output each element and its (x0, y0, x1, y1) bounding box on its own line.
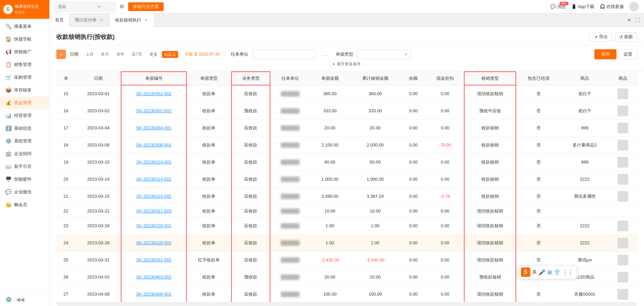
sidebar-item-operations[interactable]: 📊 经营管理 (0, 109, 49, 122)
sidebar-item-search[interactable]: 🔍 搜索菜单 (0, 20, 49, 33)
sidebar-item-guide[interactable]: 📖 新手引导 (0, 160, 49, 173)
cell-type: 收款核销 (464, 136, 516, 154)
bill-no-link[interactable]: SK-20230314-001 (136, 177, 172, 182)
sidebar-item-enterprise[interactable]: 🏢 企业协同 (0, 147, 49, 160)
sidebar-item-system[interactable]: ⚙️ 系统管理 (0, 135, 49, 147)
th-settings[interactable]: ⚙ (56, 72, 76, 85)
refresh-button[interactable]: ↺ 刷新 (615, 32, 637, 42)
topbar-gear-icon[interactable]: ⚙ (119, 3, 124, 10)
filter-toggle-button[interactable]: » (56, 50, 66, 59)
cell-num: 25 (56, 251, 76, 268)
sidebar-item-wechat[interactable]: 💬 企业微信 (0, 186, 49, 198)
cell-num: 27 (56, 286, 76, 302)
filter-settings-button[interactable]: 设置 (619, 49, 637, 59)
sidebar-item-marketing[interactable]: 📢 营销推广 (0, 46, 49, 58)
tab-payable-close-icon[interactable]: ✕ (99, 17, 104, 23)
tab-payable[interactable]: 预计应付单 ✕ (69, 13, 110, 27)
sidebar-item-member-label: 畅会员 (14, 202, 27, 208)
partner-input-wrap[interactable] (252, 49, 316, 59)
bill-no-link[interactable]: SK-20230301-002 (136, 91, 172, 96)
message-button[interactable]: 💬 消息 99+ (550, 4, 566, 10)
tab-receipt-exec-close-icon[interactable]: ✕ (143, 17, 149, 23)
app-download-button[interactable]: 📱 App下载 (571, 4, 594, 10)
cell-date: 2023-03-21 (76, 205, 121, 217)
date-btn-7days[interactable]: 近7天 (129, 51, 145, 58)
sidebar-item-sales[interactable]: 📋 销售管理 (0, 58, 49, 71)
sidebar: 6 畅康道好生意 标推版 🔍 搜索菜单 🏠 快捷导航 📢 营销推广 📋 销售管理… (0, 0, 50, 306)
tab-receipt-exec[interactable]: 收款核销执行 ✕ (110, 13, 154, 27)
bill-no-link[interactable]: SK-20230310-001 (136, 160, 172, 165)
building-icon: 🏢 (5, 151, 11, 157)
online-service-button[interactable]: 🎧 在线客服 (600, 4, 624, 10)
tab-home[interactable]: 首页 (50, 13, 69, 27)
tab-receipt-exec-label: 收款核销执行 (115, 17, 141, 23)
sidebar-item-finance[interactable]: 💰 资金管理 (0, 97, 49, 109)
bill-no-link[interactable]: SK-20230328-001 (136, 223, 172, 228)
topbar-search-wrap[interactable]: ▾ (55, 2, 115, 11)
expand-more-button[interactable]: ▾ 展开更多条件 (56, 59, 637, 68)
bill-type-select[interactable]: ▾ (357, 49, 411, 59)
cell-bill-no: SK-20230328-001 (121, 217, 186, 234)
watermark-icons: 🎤 (539, 269, 545, 276)
bill-no-link[interactable]: SK-20230308-001 (136, 142, 172, 147)
table-row: 18 2023-03-08 SK-20230308-001 收款单 应收款 ██… (56, 136, 637, 154)
date-btn-this-year[interactable]: 本年 (113, 51, 127, 58)
tab-expand-icon[interactable]: ⛶ (634, 16, 641, 24)
bill-no-link[interactable]: SK-20230304-001 (136, 125, 172, 130)
table-row: 16 2023-03-02 SK-20230302-002 收款单 预收款 ██… (56, 102, 637, 119)
tab-close-all-icon[interactable]: ✕ (626, 16, 633, 24)
mobile-icon: 📱 (571, 4, 577, 9)
cell-date: 2023-03-31 (76, 251, 121, 268)
cell-bill-type: 收款单 (186, 217, 231, 234)
bill-no-link[interactable]: SK-20230321-003 (136, 208, 172, 213)
cell-balance: 0.00 (401, 119, 426, 136)
bill-no-link[interactable]: SK-20230328-002 (136, 240, 172, 245)
date-btn-more[interactable]: 更多 (147, 51, 161, 58)
user-avatar[interactable] (629, 2, 639, 11)
cell-bill-type: 红字收款单 (186, 251, 231, 268)
cell-amount: 2,100.00 (310, 136, 350, 154)
bill-type-chevron-icon: ▾ (405, 52, 407, 57)
cell-bill-no: SK-20230331-002 (121, 251, 186, 268)
cell-discount: 0.00 (426, 217, 464, 234)
partner-input[interactable] (256, 52, 312, 57)
cell-amount: 333.00 (310, 102, 350, 119)
date-btn-last-month[interactable]: 上月 (83, 51, 97, 58)
bill-no-link[interactable]: SK-20230331-002 (136, 257, 172, 262)
bill-no-link[interactable]: SK-20230315-002 (136, 194, 172, 199)
cell-bill-no: SK-20230304-001 (121, 119, 186, 136)
bill-no-link[interactable]: SK-20230302-002 (136, 108, 172, 113)
sidebar-item-basics[interactable]: ℹ️ 基础信息 (0, 122, 49, 135)
filter-dots[interactable]: ... (320, 51, 332, 57)
sidebar-logo-name: 畅康道好生意 (15, 4, 39, 9)
horizontal-scrollbar[interactable] (56, 302, 637, 306)
cell-biz-type: 应收款 (231, 85, 270, 102)
sidebar-item-member[interactable]: 👑 畅会员 (0, 198, 49, 211)
solution-button[interactable]: 体验行业方案 (128, 2, 164, 11)
cell-amount: 20.00 (310, 268, 350, 286)
cell-date: 2023-03-04 (76, 119, 121, 136)
th-type: 核销类型 (464, 72, 516, 85)
export-button[interactable]: ↗ 导出 (590, 32, 612, 42)
collapse-icon[interactable]: ◀◀ (16, 296, 24, 303)
cell-include: 否 (516, 154, 561, 171)
sidebar-item-quick-nav-label: 快捷导航 (14, 36, 32, 42)
sidebar-item-purchase[interactable]: 🛒 采购管理 (0, 71, 49, 84)
cell-written-off: 1.00 (350, 234, 401, 251)
cell-amount: -2,430.00 (310, 251, 350, 268)
sidebar-item-quick-nav[interactable]: 🏠 快捷导航 (0, 33, 49, 46)
query-button[interactable]: 查询 (594, 49, 616, 59)
cell-balance: 0.00 (401, 234, 426, 251)
cell-discount: 0.00 (426, 119, 464, 136)
bill-no-link[interactable]: SK-20230403-002 (136, 274, 172, 280)
topbar-search-input[interactable] (58, 4, 98, 9)
sidebar-item-inventory[interactable]: 📦 库存核算 (0, 84, 49, 97)
th-product-img: 商品 (609, 72, 637, 85)
bill-no-link[interactable]: SK-20230408-001 (136, 292, 172, 297)
date-custom-button[interactable]: 自定义 (162, 51, 178, 58)
settings-bottom-icon[interactable]: ⚙️ (5, 296, 12, 303)
sidebar-item-hardware[interactable]: 🖥️ 智能硬件 (0, 173, 49, 186)
topbar-right: 💬 消息 99+ 📱 App下载 🎧 在线客服 (550, 2, 639, 11)
cell-biz-type: 预收款 (231, 268, 270, 286)
date-btn-this-month[interactable]: 本月 (98, 51, 112, 58)
